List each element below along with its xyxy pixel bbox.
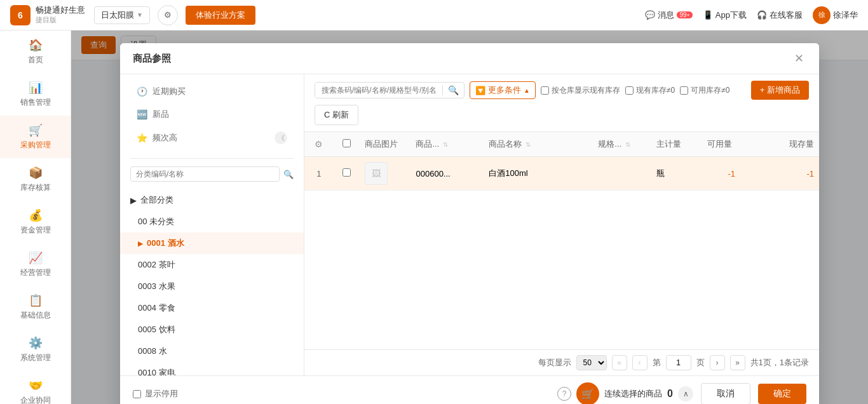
cart-section: ? 🛒 连续选择的商品 0 ∧ (557, 382, 693, 404)
sidebar-item-sales[interactable]: 📊 销售管理 (0, 73, 71, 116)
sidebar-item-operations[interactable]: 📈 经营管理 (0, 243, 71, 286)
tab-new-products-label: 新品 (153, 109, 169, 120)
add-product-button[interactable]: + 新增商品 (751, 81, 809, 100)
row-checkbox[interactable] (342, 168, 351, 177)
logo-area: 6 畅捷通好生意 捷目版 (10, 5, 86, 25)
cancel-button[interactable]: 取消 (701, 383, 750, 404)
store-name: 日太阳膜 (101, 10, 134, 21)
cat-item-0001[interactable]: ▶ 0001 酒水 (120, 232, 304, 254)
message-item[interactable]: 💬 消息 99+ (645, 10, 692, 21)
left-divider (130, 158, 294, 159)
filter-more-button[interactable]: 🔽 更多条件 ▲ (470, 81, 536, 99)
checkbox-current-stock-input[interactable] (625, 86, 634, 95)
sidebar: 🏠 首页 📊 销售管理 🛒 采购管理 📦 库存核算 💰 资金管理 📈 经营管理 … (0, 30, 71, 404)
search-button[interactable]: 🔍 (442, 85, 464, 95)
tab-new-products[interactable]: 🆕 新品 (130, 105, 294, 124)
logo-sub: 捷目版 (36, 15, 85, 25)
per-page-select[interactable]: 50 (576, 355, 607, 370)
sidebar-label-basic-info: 基础信息 (20, 310, 51, 321)
refresh-label: C 刷新 (324, 109, 349, 121)
try-industry-button[interactable]: 体验行业方案 (186, 6, 255, 25)
cat-item-0003[interactable]: 0003 水果 (120, 276, 304, 297)
cat-0001-arrow: ▶ (138, 240, 143, 247)
col-spec-header[interactable]: 规格... ⇅ (593, 132, 651, 157)
next-page-button[interactable]: › (710, 355, 725, 370)
store-selector[interactable]: 日太阳膜 ▼ (94, 6, 150, 24)
search-input-wrap: 🔍 (315, 82, 465, 98)
sidebar-item-finance[interactable]: 💰 资金管理 (0, 201, 71, 243)
sidebar-label-finance: 资金管理 (20, 225, 51, 236)
prev-page-button[interactable]: ‹ (632, 355, 648, 370)
system-icon: ⚙️ (29, 336, 43, 350)
tab-recent-buy[interactable]: 🕐 近期购买 (130, 82, 294, 101)
cat-all[interactable]: ▶ 全部分类 (120, 189, 304, 211)
first-page-button[interactable]: « (612, 355, 627, 370)
checkbox-current-stock[interactable]: 现有库存≠0 (625, 85, 675, 96)
user-item[interactable]: 徐 徐泽华 (813, 6, 858, 24)
cat-item-0008[interactable]: 0008 水 (120, 340, 304, 362)
row-checkbox-cell[interactable] (334, 157, 360, 191)
cat-item-0004[interactable]: 0004 零食 (120, 297, 304, 319)
row-num: 1 (304, 157, 334, 191)
row-spec-cell (593, 157, 651, 191)
page-input[interactable]: 1 (666, 355, 691, 370)
last-page-button[interactable]: » (730, 355, 745, 370)
row-name-cell: 白酒100ml (484, 157, 593, 191)
cat-item-0002[interactable]: 0002 茶叶 (120, 254, 304, 276)
cat-item-00[interactable]: 00 未分类 (120, 211, 304, 232)
collapse-button[interactable]: 《 (275, 131, 287, 144)
tab-high-freq[interactable]: ⭐ 频次高 《 (130, 128, 294, 148)
logo-text: 畅捷通好生意 (36, 5, 85, 15)
product-search-input[interactable] (315, 83, 442, 98)
product-table-wrap: ⚙ 商品图片 商品... ⇅ 商品名称 (304, 132, 819, 349)
sidebar-item-system[interactable]: ⚙️ 系统管理 (0, 328, 71, 371)
cat-all-label: 全部分类 (140, 194, 173, 206)
cat-0002-label: 0002 茶叶 (138, 259, 175, 271)
sidebar-item-home[interactable]: 🏠 首页 (0, 30, 71, 73)
table-row[interactable]: 1 🖼 000600... (304, 157, 819, 191)
page-total: 共1页，1条记录 (750, 357, 809, 368)
cat-item-0005[interactable]: 0005 饮料 (120, 319, 304, 340)
row-code: 000600... (416, 169, 450, 178)
show-disabled-checkbox[interactable]: 显示停用 (133, 388, 178, 400)
modal-body: 🕐 近期购买 🆕 新品 ⭐ 频次高 《 (120, 74, 819, 375)
checkbox-available-stock[interactable]: 可用库存≠0 (680, 85, 729, 96)
avatar: 徐 (813, 6, 831, 24)
category-search-icon[interactable]: 🔍 (283, 170, 294, 179)
help-icon[interactable]: ? (557, 387, 571, 401)
sidebar-item-enterprise[interactable]: 🤝 企业协同 (0, 371, 71, 404)
row-name: 白酒100ml (489, 168, 527, 178)
sort-spec-icon: ⇅ (625, 141, 630, 148)
confirm-button[interactable]: 确定 (758, 384, 806, 404)
modal-close-button[interactable]: ✕ (791, 51, 806, 66)
clock-icon: 🕐 (137, 86, 147, 97)
select-all-checkbox[interactable] (342, 139, 351, 147)
filter-arrow-icon: ▲ (524, 87, 530, 94)
show-disabled-label: 显示停用 (145, 388, 178, 400)
sidebar-item-inventory[interactable]: 📦 库存核算 (0, 158, 71, 201)
modal-header: 商品参照 ✕ (120, 43, 819, 74)
footer-collapse-button[interactable]: ∧ (678, 386, 693, 401)
cat-item-0010[interactable]: 0010 家电 (120, 362, 304, 375)
cart-button[interactable]: 🛒 (576, 382, 599, 404)
refresh-button[interactable]: C 刷新 (315, 105, 358, 125)
message-icon: 💬 (645, 10, 655, 20)
show-disabled-input[interactable] (133, 390, 141, 398)
checkbox-warehouse-stock-input[interactable] (541, 86, 549, 95)
inventory-icon: 📦 (29, 166, 43, 180)
col-name-header[interactable]: 商品名称 ⇅ (484, 132, 593, 157)
checkbox-warehouse-stock[interactable]: 按仓库显示现有库存 (541, 85, 620, 96)
app-download-item[interactable]: 📱 App下载 (703, 10, 747, 21)
checkbox-warehouse-stock-label: 按仓库显示现有库存 (552, 85, 620, 96)
config-icon[interactable]: ⚙ (315, 139, 323, 149)
sidebar-item-basic-info[interactable]: 📋 基础信息 (0, 286, 71, 328)
online-service-item[interactable]: 🎧 在线客服 (757, 10, 803, 21)
pagination: 每页显示 50 « ‹ 第 1 页 › » 共1页，1条记录 (304, 349, 819, 375)
col-checkbox (334, 132, 360, 157)
sidebar-label-home: 首页 (28, 55, 43, 65)
checkbox-available-stock-input[interactable] (680, 86, 688, 95)
col-code-header[interactable]: 商品... ⇅ (410, 132, 484, 157)
sidebar-item-purchase[interactable]: 🛒 采购管理 (0, 116, 71, 158)
settings-icon[interactable]: ⚙ (158, 5, 178, 25)
category-search-input[interactable] (130, 166, 280, 182)
